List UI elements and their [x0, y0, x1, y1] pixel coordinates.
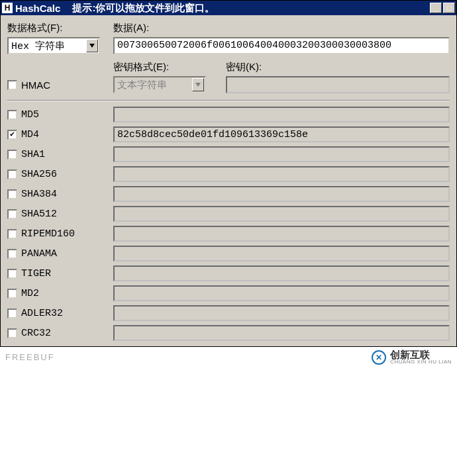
hash-output-ripemd160: [113, 226, 450, 242]
hash-label: SHA1: [21, 149, 45, 160]
hash-checkbox-md4[interactable]: [7, 130, 17, 140]
hash-label: MD5: [21, 109, 39, 120]
hash-output-md5: [113, 107, 450, 122]
svg-marker-0: [89, 44, 95, 48]
hash-list: MD5MD482c58d8cec50de01fd109613369c158eSH…: [7, 107, 450, 341]
hash-checkbox-adler32[interactable]: [7, 309, 17, 318]
hash-output-panama: [113, 246, 450, 262]
hash-label: MD2: [21, 288, 39, 299]
hash-label: RIPEMD160: [21, 228, 75, 240]
hash-label: SHA384: [21, 189, 57, 200]
brand-logo-icon: ✕: [372, 350, 386, 365]
data-format-value: Hex 字符串: [9, 38, 85, 54]
data-label: 数据(A):: [113, 22, 450, 34]
hash-output-md4[interactable]: 82c58d8cec50de01fd109613369c158e: [113, 126, 450, 142]
hmac-checkbox[interactable]: [7, 80, 17, 90]
app-window: H HashCalc 提示:你可以拖放文件到此窗口。 _ □ 数据格式(F): …: [0, 0, 457, 347]
titlebar: H HashCalc 提示:你可以拖放文件到此窗口。 _ □: [1, 1, 456, 15]
hash-row: MD482c58d8cec50de01fd109613369c158e: [7, 126, 450, 142]
key-input: [226, 76, 450, 93]
hash-row: TIGER: [7, 265, 450, 281]
data-format-label: 数据格式(F):: [7, 22, 113, 34]
hash-row: SHA512: [7, 206, 450, 222]
hash-checkbox-panama[interactable]: [7, 249, 17, 259]
hash-label: SHA512: [21, 209, 57, 220]
svg-marker-1: [195, 83, 201, 87]
brand-right: ✕ 创新互联 CHUANG XIN HU LIAN: [372, 350, 452, 365]
hash-output-sha512: [113, 206, 450, 222]
hash-checkbox-sha256[interactable]: [7, 169, 17, 179]
hash-checkbox-md2[interactable]: [7, 289, 17, 299]
hash-checkbox-sha512[interactable]: [7, 209, 17, 219]
app-title: HashCalc: [15, 3, 60, 14]
hash-row: RIPEMD160: [7, 226, 450, 242]
hash-row: PANAMA: [7, 246, 450, 262]
client-area: 数据格式(F): 数据(A): Hex 字符串 007300650072006f…: [1, 15, 456, 346]
footer-watermark: FREEBUF ✕ 创新互联 CHUANG XIN HU LIAN: [0, 347, 457, 367]
app-icon: H: [2, 3, 13, 13]
hash-checkbox-sha384[interactable]: [7, 189, 17, 199]
minimize-button[interactable]: _: [430, 3, 442, 13]
hash-row: SHA256: [7, 166, 450, 182]
hash-output-sha1: [113, 146, 450, 162]
hash-row: MD2: [7, 285, 450, 301]
hash-output-crc32: [113, 325, 450, 341]
titlebar-hint: 提示:你可以拖放文件到此窗口。: [72, 2, 430, 15]
chevron-down-icon: [192, 78, 204, 91]
hash-checkbox-sha1[interactable]: [7, 150, 17, 160]
hash-output-tiger: [113, 265, 450, 281]
hash-label: CRC32: [21, 328, 51, 339]
hash-label: TIGER: [21, 268, 51, 279]
hash-label: ADLER32: [21, 308, 63, 319]
hash-row: CRC32: [7, 325, 450, 341]
key-label: 密钥(K):: [226, 61, 262, 73]
hash-output-sha384: [113, 186, 450, 202]
hash-output-adler32: [113, 305, 450, 321]
key-format-value: 文本字符串: [115, 77, 191, 93]
hash-output-md2: [113, 285, 450, 301]
chevron-down-icon[interactable]: [86, 39, 98, 52]
hash-row: MD5: [7, 107, 450, 122]
hash-label: MD4: [21, 129, 39, 140]
data-input[interactable]: 007300650072006f006100640040003200300030…: [113, 37, 450, 54]
hash-row: SHA384: [7, 186, 450, 202]
hash-checkbox-crc32[interactable]: [7, 328, 17, 338]
hash-row: ADLER32: [7, 305, 450, 321]
key-format-label: 密钥格式(E):: [113, 61, 226, 73]
separator: [7, 100, 450, 101]
hash-checkbox-ripemd160[interactable]: [7, 229, 17, 239]
data-format-combo[interactable]: Hex 字符串: [7, 37, 100, 54]
watermark-left: FREEBUF: [5, 352, 55, 362]
hash-checkbox-tiger[interactable]: [7, 269, 17, 279]
hash-output-sha256: [113, 166, 450, 182]
hmac-label: HMAC: [21, 79, 50, 91]
hash-row: SHA1: [7, 146, 450, 162]
hash-checkbox-md5[interactable]: [7, 110, 17, 120]
hash-label: PANAMA: [21, 248, 57, 260]
hash-label: SHA256: [21, 169, 57, 180]
key-format-combo: 文本字符串: [113, 76, 206, 93]
brand-sub: CHUANG XIN HU LIAN: [390, 359, 452, 365]
maximize-button[interactable]: □: [443, 3, 455, 13]
brand-name: 创新互联: [390, 350, 452, 359]
